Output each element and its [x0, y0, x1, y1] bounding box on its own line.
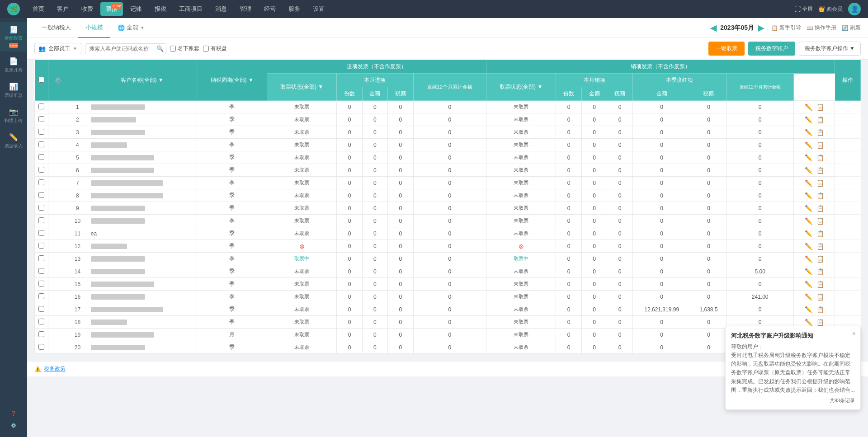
row-checkbox[interactable]: [38, 205, 44, 211]
nav-operation[interactable]: 经营: [259, 2, 281, 16]
copy-icon[interactable]: 📋: [815, 217, 826, 225]
edit-icon[interactable]: ✏️: [803, 129, 814, 136]
row-checkbox[interactable]: [38, 331, 44, 337]
nav-income[interactable]: 收费: [76, 2, 99, 16]
row-checkbox[interactable]: [38, 344, 44, 350]
sidebar-item-smart-invoice[interactable]: 🧾 智能取票 new: [0, 22, 27, 52]
select-all-checkbox[interactable]: [38, 77, 44, 83]
tab-all[interactable]: 🌐 全能 ▼: [110, 18, 152, 38]
edit-icon[interactable]: ✏️: [803, 319, 814, 326]
search-input[interactable]: [85, 43, 166, 54]
tab-small[interactable]: 小规模: [78, 18, 110, 38]
edit-icon[interactable]: ✏️: [803, 103, 814, 111]
row-checkbox[interactable]: [38, 179, 44, 185]
sidebar-item-help[interactable]: ❓: [9, 407, 18, 419]
sidebar-item-summary[interactable]: 📊 票据汇总: [0, 79, 27, 102]
copy-icon[interactable]: 📋: [815, 179, 826, 187]
refresh-btn[interactable]: 🔄 刷新: [842, 24, 861, 32]
copy-icon[interactable]: 📋: [815, 306, 826, 313]
edit-icon[interactable]: ✏️: [803, 217, 814, 225]
copy-icon[interactable]: 📋: [815, 293, 826, 301]
nav-tax[interactable]: 报税: [149, 2, 172, 16]
copy-icon[interactable]: 📋: [815, 319, 826, 326]
row-checkbox[interactable]: [38, 268, 44, 274]
edit-icon[interactable]: ✏️: [803, 141, 814, 149]
row-checkbox[interactable]: [38, 319, 44, 324]
copy-icon[interactable]: 📋: [815, 154, 826, 161]
copy-icon[interactable]: 📋: [815, 141, 826, 149]
nav-invoice[interactable]: 票据 new: [100, 2, 123, 16]
tax-digital-op-btn[interactable]: 税务数字账户操作 ▼: [799, 42, 861, 56]
member-btn[interactable]: 👑 购会员: [818, 5, 843, 13]
nav-service[interactable]: 服务: [283, 2, 306, 16]
row-checkbox[interactable]: [38, 230, 44, 236]
nav-home[interactable]: 首页: [27, 2, 50, 16]
edit-icon[interactable]: ✏️: [803, 243, 814, 250]
copy-icon[interactable]: 📋: [815, 103, 826, 111]
edit-icon[interactable]: ✏️: [803, 293, 814, 301]
manual-btn[interactable]: 📖 操作手册: [807, 24, 836, 32]
tax-policy-link[interactable]: 税务政策: [44, 365, 66, 373]
fullscreen-btn[interactable]: ⛶ 全屏: [794, 5, 813, 13]
edit-icon[interactable]: ✏️: [803, 255, 814, 263]
edit-icon[interactable]: ✏️: [803, 306, 814, 313]
edit-icon[interactable]: ✏️: [803, 167, 814, 174]
row-checkbox[interactable]: [38, 306, 44, 312]
oneclick-btn[interactable]: 一键取票: [708, 42, 745, 56]
nav-management[interactable]: 管理: [234, 2, 257, 16]
sidebar-item-open-invoice[interactable]: 📄 发票开具: [0, 53, 27, 77]
nav-message[interactable]: 消息: [210, 2, 232, 16]
tab-general[interactable]: 一般纳税人: [34, 18, 78, 38]
tax-digital-btn[interactable]: 税务数字账户: [748, 42, 795, 56]
copy-icon[interactable]: 📋: [815, 116, 826, 123]
copy-icon[interactable]: 📋: [815, 230, 826, 237]
tax-plate-check-label[interactable]: 有税盘: [203, 45, 227, 52]
copy-icon[interactable]: 📋: [815, 281, 826, 288]
tax-plate-checkbox[interactable]: [203, 46, 209, 52]
copy-icon[interactable]: 📋: [815, 255, 826, 263]
copy-icon[interactable]: 📋: [815, 268, 826, 275]
nav-customers[interactable]: 客户: [52, 2, 74, 16]
edit-icon[interactable]: ✏️: [803, 179, 814, 187]
sidebar-item-scan[interactable]: 📷 扫描上传: [0, 104, 27, 127]
copy-icon[interactable]: 📋: [815, 243, 826, 250]
sidebar-item-settings-bottom[interactable]: ⚙️: [9, 419, 18, 432]
edit-icon[interactable]: ✏️: [803, 116, 814, 123]
row-checkbox[interactable]: [38, 167, 44, 173]
row-checkbox[interactable]: [38, 129, 44, 135]
nav-business[interactable]: 工商项目: [174, 2, 208, 16]
ledger-check-label[interactable]: 名下账套: [170, 45, 199, 52]
user-avatar[interactable]: 👤: [848, 3, 861, 15]
row-checkbox[interactable]: [38, 281, 44, 287]
period-prev-btn[interactable]: ◀: [710, 23, 717, 33]
row-checkbox[interactable]: [38, 116, 44, 122]
ledger-checkbox[interactable]: [170, 46, 176, 52]
edit-icon[interactable]: ✏️: [803, 192, 814, 199]
nav-bookkeeping[interactable]: 记账: [125, 2, 147, 16]
row-checkbox[interactable]: [38, 293, 44, 299]
settings-icon[interactable]: ⚙️: [55, 77, 61, 84]
copy-icon[interactable]: 📋: [815, 192, 826, 199]
row-checkbox[interactable]: [38, 217, 44, 223]
new-guide-btn[interactable]: 📋 新手引导: [771, 24, 801, 32]
edit-icon[interactable]: ✏️: [803, 268, 814, 275]
period-next-btn[interactable]: ▶: [758, 23, 764, 33]
employee-filter[interactable]: 👥 全部员工 ▼: [34, 43, 81, 54]
row-checkbox[interactable]: [38, 154, 44, 160]
row-checkbox[interactable]: [38, 192, 44, 198]
search-button[interactable]: 🔍: [156, 45, 164, 52]
sidebar-item-entry[interactable]: ✏️ 票据录入: [0, 129, 27, 153]
row-checkbox[interactable]: [38, 141, 44, 147]
copy-icon[interactable]: 📋: [815, 167, 826, 174]
copy-icon[interactable]: 📋: [815, 129, 826, 136]
row-checkbox[interactable]: [38, 255, 44, 261]
row-checkbox[interactable]: [38, 243, 44, 249]
edit-icon[interactable]: ✏️: [803, 154, 814, 161]
nav-settings[interactable]: 设置: [307, 2, 330, 16]
edit-icon[interactable]: ✏️: [803, 205, 814, 212]
notification-close-btn[interactable]: ×: [852, 330, 856, 337]
copy-icon[interactable]: 📋: [815, 205, 826, 212]
edit-icon[interactable]: ✏️: [803, 281, 814, 288]
row-checkbox[interactable]: [38, 103, 44, 109]
edit-icon[interactable]: ✏️: [803, 230, 814, 237]
